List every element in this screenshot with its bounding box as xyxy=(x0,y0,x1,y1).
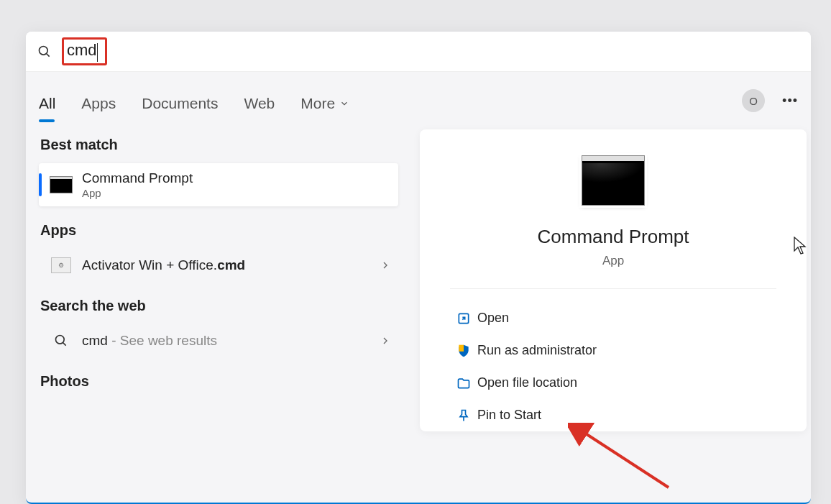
result-search-web[interactable]: cmd - See web results xyxy=(39,324,398,357)
result-activator[interactable]: ⚙ Activator Win + Office.cmd xyxy=(39,249,398,282)
action-open-file-location[interactable]: Open file location xyxy=(450,367,776,399)
gear-icon: ⚙ xyxy=(51,257,71,273)
action-label: Run as administrator xyxy=(477,343,597,358)
detail-subtitle: App xyxy=(602,254,624,268)
search-bar[interactable]: cmd xyxy=(26,32,811,72)
svg-line-1 xyxy=(47,53,50,56)
action-run-administrator[interactable]: Run as administrator xyxy=(450,334,776,367)
folder-icon xyxy=(450,376,477,390)
command-prompt-icon xyxy=(50,176,73,193)
tab-more[interactable]: More xyxy=(300,81,349,121)
action-open[interactable]: Open xyxy=(450,302,776,334)
svg-point-0 xyxy=(40,46,48,55)
svg-rect-5 xyxy=(459,344,464,351)
search-icon xyxy=(49,331,73,350)
tab-apps[interactable]: Apps xyxy=(81,81,116,121)
pin-icon xyxy=(450,408,477,423)
result-subtitle: App xyxy=(82,187,193,199)
tab-web[interactable]: Web xyxy=(244,81,275,121)
open-external-icon xyxy=(450,311,477,326)
more-options-button[interactable]: ••• xyxy=(782,93,798,109)
result-title: Activator Win + Office.cmd xyxy=(82,257,245,273)
result-title: cmd - See web results xyxy=(82,333,217,349)
action-label: Pin to Start xyxy=(477,408,541,423)
start-search-panel: cmd All Apps Documents Web More O ••• Be… xyxy=(26,32,811,504)
action-label: Open xyxy=(477,311,509,326)
svg-point-2 xyxy=(56,336,65,344)
action-label: Open file location xyxy=(477,375,577,390)
detail-pane: Command Prompt App Open Run as administr… xyxy=(420,129,807,431)
svg-line-3 xyxy=(63,343,66,346)
chevron-down-icon xyxy=(339,98,349,109)
result-command-prompt[interactable]: Command Prompt App xyxy=(39,163,398,206)
result-title: Command Prompt xyxy=(82,170,193,186)
tab-all[interactable]: All xyxy=(39,81,55,121)
search-icon xyxy=(37,45,52,59)
shield-icon xyxy=(450,344,477,358)
search-input[interactable]: cmd xyxy=(67,41,97,59)
chevron-right-icon xyxy=(380,335,391,347)
tab-more-label: More xyxy=(300,95,335,112)
action-pin-to-start[interactable]: Pin to Start xyxy=(450,399,776,431)
apps-heading: Apps xyxy=(40,222,398,239)
search-web-heading: Search the web xyxy=(40,298,398,314)
tab-documents[interactable]: Documents xyxy=(142,81,218,121)
filter-tabs: All Apps Documents Web More O ••• xyxy=(26,72,811,129)
detail-title: Command Prompt xyxy=(538,226,689,248)
best-match-heading: Best match xyxy=(40,137,398,153)
photos-heading: Photos xyxy=(40,373,398,390)
command-prompt-icon-large xyxy=(582,155,645,206)
search-highlight: cmd xyxy=(62,37,107,65)
chevron-right-icon xyxy=(380,260,391,271)
user-avatar[interactable]: O xyxy=(742,89,765,112)
